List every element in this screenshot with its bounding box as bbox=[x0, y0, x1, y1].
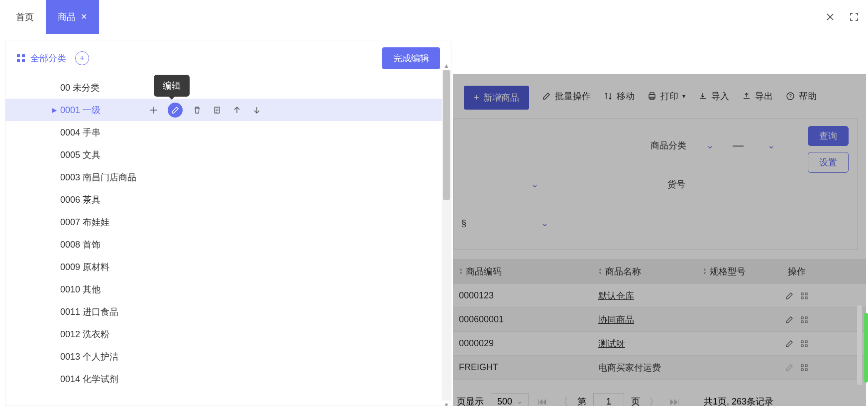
close-icon[interactable]: ✕ bbox=[81, 12, 87, 21]
delete-button[interactable] bbox=[192, 105, 203, 116]
tabs-bar: 首页 商品 ✕ bbox=[0, 0, 868, 34]
document-icon bbox=[213, 106, 221, 114]
scroll-down-icon[interactable]: ▼ bbox=[442, 401, 451, 406]
tree-item[interactable]: 0010 其他 bbox=[5, 278, 451, 300]
tree-item-label: 0010 其他 bbox=[60, 283, 101, 295]
tree-item[interactable]: 0005 文具 bbox=[5, 143, 451, 166]
edit-icon bbox=[171, 106, 179, 114]
tab-products[interactable]: 商品 ✕ bbox=[46, 0, 99, 34]
tree-item-label: 0011 进口食品 bbox=[60, 306, 118, 318]
tab-home-label: 首页 bbox=[16, 11, 34, 23]
scrollbar[interactable]: ▲ ▼ bbox=[442, 70, 451, 401]
all-categories-link[interactable]: 全部分类 bbox=[16, 52, 66, 64]
tree-item[interactable]: 0011 进口食品 bbox=[5, 300, 451, 323]
tabs-right-controls bbox=[820, 7, 864, 27]
move-down-button[interactable] bbox=[251, 105, 262, 116]
arrow-down-icon bbox=[253, 106, 261, 114]
tree-item-label: 0005 文具 bbox=[60, 149, 101, 161]
tree-item-label: 00 未分类 bbox=[60, 82, 100, 94]
caret-right-icon: ▶ bbox=[52, 107, 57, 114]
tree-item[interactable]: 0003 南昌门店商品 bbox=[5, 166, 451, 188]
tree-item-label: 0008 首饰 bbox=[60, 239, 101, 251]
category-panel-header: 全部分类 + 完成编辑 bbox=[5, 40, 451, 76]
tree-item-actions bbox=[148, 103, 262, 118]
category-tree: 00 未分类 ▶ 0001 一级 编辑 bbox=[5, 76, 451, 395]
fullscreen-button[interactable] bbox=[844, 7, 864, 27]
tree-item[interactable]: 00 未分类 bbox=[5, 76, 451, 99]
tab-home[interactable]: 首页 bbox=[4, 0, 46, 34]
plus-icon: + bbox=[80, 53, 85, 64]
table-scrollbar[interactable] bbox=[857, 305, 862, 385]
tree-item-label: 0004 手串 bbox=[60, 127, 101, 138]
tree-item-selected[interactable]: ▶ 0001 一级 编辑 bbox=[5, 99, 451, 121]
tree-item-label: 0012 洗衣粉 bbox=[60, 328, 109, 340]
tree-item-label: 0007 布娃娃 bbox=[60, 216, 109, 228]
scrollbar-thumb[interactable] bbox=[443, 70, 450, 200]
tree-item[interactable]: 0004 手串 bbox=[5, 121, 451, 143]
fullscreen-icon bbox=[850, 12, 859, 21]
tree-item[interactable]: 0014 化学试剂 bbox=[5, 368, 451, 390]
finish-edit-button[interactable]: 完成编辑 bbox=[382, 47, 440, 69]
tree-item-label: 0006 茶具 bbox=[60, 194, 101, 206]
tree-item-label: 0003 南昌门店商品 bbox=[60, 171, 136, 183]
add-child-button[interactable] bbox=[148, 105, 159, 116]
svg-rect-1 bbox=[22, 54, 25, 57]
x-icon bbox=[826, 12, 835, 21]
move-up-button[interactable] bbox=[231, 105, 242, 116]
tree-item-label: 0001 一级 bbox=[60, 104, 101, 116]
page-scroll-indicator[interactable] bbox=[864, 313, 868, 383]
scroll-up-icon[interactable]: ▲ bbox=[442, 61, 451, 70]
tree-item-label: 0013 个人护洁 bbox=[60, 351, 118, 363]
all-categories-label: 全部分类 bbox=[30, 52, 66, 64]
svg-rect-2 bbox=[17, 59, 20, 62]
arrow-up-icon bbox=[233, 106, 241, 114]
tree-item[interactable]: 0009 原材料 bbox=[5, 256, 451, 278]
tree-item-label: 0014 化学试剂 bbox=[60, 373, 118, 385]
products-main-panel: + 新增商品 批量操作 移动 打印 ▾ 导入 bbox=[453, 74, 866, 406]
tree-item-label: 0009 原材料 bbox=[60, 261, 109, 273]
edit-tooltip: 编辑 bbox=[154, 75, 190, 97]
edit-button[interactable] bbox=[168, 103, 183, 118]
close-all-button[interactable] bbox=[820, 7, 840, 27]
tree-item[interactable]: 0006 茶具 bbox=[5, 188, 451, 211]
modal-overlay[interactable] bbox=[453, 74, 866, 406]
merge-button[interactable] bbox=[212, 105, 222, 116]
tree-item[interactable]: 0013 个人护洁 bbox=[5, 345, 451, 368]
tree-item[interactable]: 0007 布娃娃 bbox=[5, 211, 451, 233]
trash-icon bbox=[193, 106, 201, 114]
tree-item[interactable]: 0012 洗衣粉 bbox=[5, 323, 451, 345]
svg-rect-0 bbox=[17, 54, 20, 57]
plus-icon bbox=[149, 106, 158, 115]
add-category-button[interactable]: + bbox=[75, 51, 89, 65]
grid-icon bbox=[16, 54, 25, 63]
tree-item[interactable]: 0008 首饰 bbox=[5, 233, 451, 256]
category-panel: 全部分类 + 完成编辑 00 未分类 ▶ 0001 一级 编辑 bbox=[5, 40, 451, 406]
tab-products-label: 商品 bbox=[58, 11, 76, 23]
svg-rect-3 bbox=[22, 59, 25, 62]
